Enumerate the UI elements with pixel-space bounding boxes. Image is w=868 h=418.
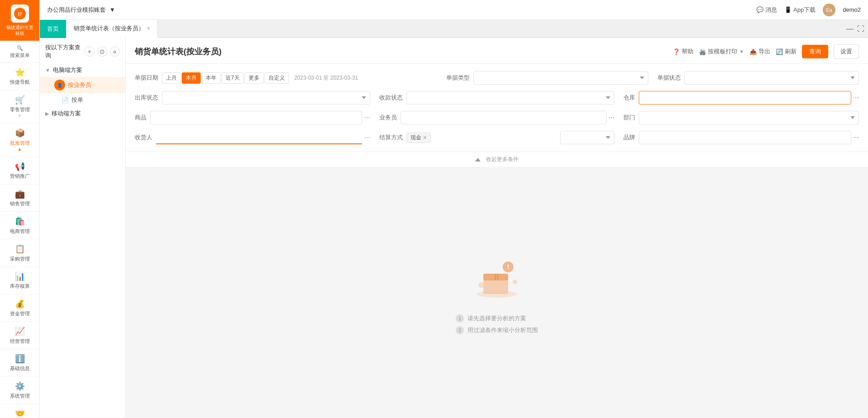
dept-select[interactable]: [639, 111, 859, 124]
template-print-btn[interactable]: 🖨️ 按模板打印 ▼: [699, 48, 744, 56]
retail-icon: 🛒: [15, 95, 25, 105]
window-minimize-btn[interactable]: —: [846, 25, 854, 33]
sidebar-item-marketing[interactable]: 📢 营销推广: [0, 157, 39, 185]
page-actions: ❓ 帮助 🖨️ 按模板打印 ▼ 📤 导出 🔄 刷新: [673, 44, 859, 59]
tree-desktop-node[interactable]: ▼ 电脑端方案: [40, 63, 125, 77]
date-btn-this-month[interactable]: 本月: [182, 72, 201, 84]
sidebar-item-search[interactable]: 🔍 搜索菜单: [0, 41, 39, 63]
date-btn-7days[interactable]: 近7天: [222, 72, 244, 84]
brand-dots-btn[interactable]: ···: [853, 133, 859, 142]
help-btn[interactable]: ❓ 帮助: [673, 48, 693, 56]
tree-mobile-node[interactable]: ▶ 移动端方案: [40, 107, 125, 120]
filter-row-3: 商品 ··· 业务员 ···: [135, 111, 859, 124]
empty-illustration: !: [470, 251, 524, 305]
sidebar-item-ecommerce[interactable]: 🛍️ 电商管理: [0, 212, 39, 239]
user-avatar[interactable]: Ea: [823, 4, 835, 16]
tree-by-order[interactable]: 📄 按单: [40, 93, 125, 107]
goods-dots-btn[interactable]: ···: [364, 114, 370, 122]
doc-type-label: 单据类型: [446, 74, 470, 82]
search-icon: 🔍: [17, 45, 23, 51]
date-btn-custom[interactable]: 自定义: [264, 72, 289, 84]
sidebar-item-system[interactable]: ⚙️ 系统管理: [0, 377, 39, 404]
tab-close-btn[interactable]: ×: [147, 25, 150, 32]
tag-close-btn[interactable]: ×: [423, 134, 427, 141]
panel-actions: + ⊙ «: [85, 47, 120, 57]
sidebar-item-purchase[interactable]: 📋 采购管理: [0, 239, 39, 267]
empty-tip-2: 2 用过滤条件来缩小分析范围: [456, 326, 538, 334]
sidebar-item-wholesale[interactable]: 📦 批发管理 ▲: [0, 124, 39, 157]
panel-collapse-btn[interactable]: «: [110, 47, 120, 57]
page-title-bar: 销货单统计表(按业务员) ❓ 帮助 🖨️ 按模板打印 ▼ 📤 导出: [126, 38, 868, 64]
brand-label: 品牌: [623, 133, 635, 142]
export-btn[interactable]: 📤 导出: [750, 48, 770, 56]
sidebar-item-inventory[interactable]: 📊 库存核算: [0, 267, 39, 294]
sidebar-item-basic[interactable]: ℹ️ 基础信息: [0, 349, 39, 377]
window-maximize-btn[interactable]: ⛶: [857, 25, 864, 33]
sidebar-label-sales: 销售管理: [10, 200, 30, 207]
doc-status-label: 单据状态: [657, 74, 681, 82]
settings-btn[interactable]: 设置: [834, 44, 859, 59]
query-btn[interactable]: 查询: [802, 45, 828, 58]
panel-add-btn[interactable]: +: [85, 47, 94, 57]
payment-method-select[interactable]: [560, 131, 614, 144]
tree-by-salesman[interactable]: 👤 按业务员: [40, 77, 125, 93]
collapse-label: 收起更多条件: [486, 156, 519, 163]
filter-area: 单据日期 上月 本月 本年 近7天 更多 自定义 2023-03-01 至 20…: [126, 64, 868, 152]
sidebar-item-retail[interactable]: 🛒 零售管理 ▼: [0, 90, 39, 124]
message-btn[interactable]: 💬 消息: [756, 6, 777, 14]
svg-text:好: 好: [18, 11, 22, 16]
goods-input[interactable]: [150, 111, 362, 124]
help-label: 帮助: [682, 48, 693, 56]
tab-active[interactable]: 销货单统计表（按业务员） ×: [66, 20, 158, 38]
doc-type-select[interactable]: [473, 71, 648, 85]
wholesale-arrow-icon: ▲: [18, 146, 22, 152]
sales-icon: 💼: [15, 189, 25, 200]
print-icon: 🖨️: [699, 48, 706, 55]
sidebar-item-sales[interactable]: 💼 销售管理: [0, 185, 39, 212]
header-dropdown-btn[interactable]: ▼: [109, 6, 115, 13]
sidebar-item-finance[interactable]: 💰 资金管理: [0, 294, 39, 322]
panel-settings-btn[interactable]: ⊙: [97, 47, 107, 57]
warehouse-input[interactable]: [639, 91, 851, 104]
sidebar-item-enterprise[interactable]: 🤝 企业协同: [0, 404, 39, 418]
date-btn-last-month[interactable]: 上月: [162, 72, 181, 84]
salesman-input[interactable]: [401, 111, 607, 124]
tip-num-2: 2: [456, 326, 464, 334]
salesman-dots-btn[interactable]: ···: [609, 114, 614, 122]
header-left: 办公用品行业模拟账套 ▼: [47, 6, 115, 14]
settings-label: 设置: [840, 48, 852, 56]
recipient-input[interactable]: [156, 131, 362, 144]
collapse-bar[interactable]: 收起更多条件: [126, 152, 868, 167]
date-btn-more[interactable]: 更多: [245, 72, 264, 84]
warehouse-container: ···: [639, 91, 859, 104]
date-btn-this-year[interactable]: 本年: [202, 72, 221, 84]
stock-status-select[interactable]: [162, 91, 370, 104]
sidebar-item-shortcut[interactable]: ⭐ 快捷导航: [0, 63, 39, 90]
warehouse-dots-btn[interactable]: ···: [853, 94, 859, 102]
app-download-btn[interactable]: 📱 App下载: [784, 6, 816, 14]
sidebar-label-operation: 经营管理: [10, 338, 30, 344]
tab-home[interactable]: 首页: [40, 20, 66, 38]
tree-mobile-arrow: ▶: [45, 111, 49, 117]
refresh-btn[interactable]: 🔄 刷新: [776, 48, 797, 56]
brand-container: ···: [639, 131, 859, 144]
doc-status-select[interactable]: [684, 71, 859, 85]
salesman-container: ···: [401, 111, 615, 124]
payment-status-select[interactable]: [406, 91, 615, 104]
user-name[interactable]: demo2: [843, 6, 861, 13]
tree-salesman-label: 按业务员: [68, 81, 91, 89]
tree-mobile-label: 移动端方案: [52, 109, 81, 118]
sidebar-label-ecommerce: 电商管理: [10, 228, 30, 234]
filter-payment-method: 结算方式 现金 ×: [379, 131, 615, 144]
payment-method-label: 结算方式: [379, 133, 403, 142]
filter-doc-type: 单据类型: [446, 71, 648, 85]
brand-input[interactable]: [639, 131, 851, 144]
sidebar-logo[interactable]: 好 畅捷通好生意 标版: [0, 0, 39, 41]
tree-order-label: 按单: [71, 96, 83, 104]
tag-text: 现金: [410, 134, 421, 142]
sidebar-label-shortcut: 快捷导航: [10, 79, 30, 85]
sidebar-item-operation[interactable]: 📈 经营管理: [0, 322, 39, 349]
filter-brand: 品牌 ···: [623, 131, 859, 144]
recipient-dots-btn[interactable]: ···: [364, 133, 370, 142]
filter-recipient: 收货人 ···: [135, 131, 370, 144]
